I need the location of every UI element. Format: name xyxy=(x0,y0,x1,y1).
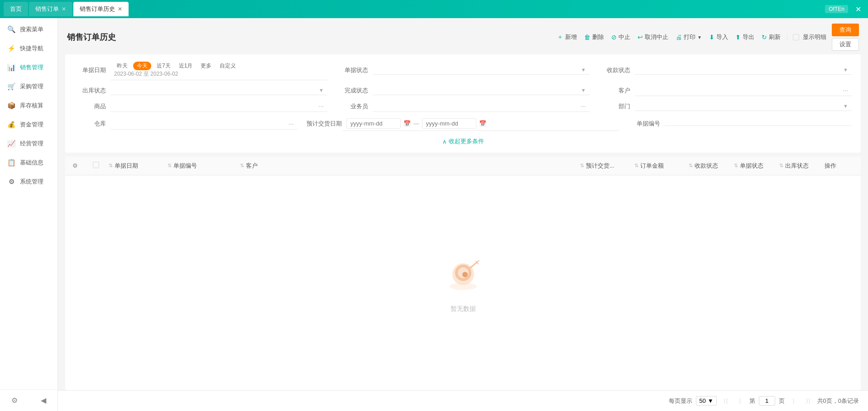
th-customer[interactable]: ⇅ 客户 xyxy=(236,162,576,170)
th-amount[interactable]: ⇅ 订单金额 xyxy=(631,162,685,170)
page-title: 销售订单历史 xyxy=(67,32,116,43)
th-number-label: 单据编号 xyxy=(173,162,197,170)
th-settings[interactable]: ⚙ xyxy=(69,160,87,172)
delivery-date-control: 📅 — 📅 xyxy=(343,116,619,131)
delete-button[interactable]: 🗑 删除 xyxy=(583,33,605,41)
first-page-btn[interactable]: ⟨⟨ xyxy=(720,396,731,406)
warehouse-control[interactable]: ··· xyxy=(110,118,297,130)
date-tab-custom[interactable]: 自定义 xyxy=(217,62,239,70)
select-all-checkbox[interactable] xyxy=(93,162,99,168)
stop-label: 中止 xyxy=(619,33,630,41)
sidebar-settings-btn[interactable]: ⚙ xyxy=(10,394,19,406)
sidebar-collapse-btn[interactable]: ◀ xyxy=(39,394,48,406)
sidebar: 🔍 搜索菜单 ⚡ 快捷导航 📊 销售管理 🛒 采购管理 📦 库存核算 💰 资金管… xyxy=(0,18,58,411)
customer-dots[interactable]: ··· xyxy=(843,87,848,94)
quicknav-icon: ⚡ xyxy=(7,44,15,53)
sidebar-item-purchase[interactable]: 🛒 采购管理 xyxy=(0,77,58,96)
delivery-date-label: 预计交货日期 xyxy=(307,120,343,128)
import-button[interactable]: ⬇ 导入 xyxy=(708,33,729,41)
table-header: ⚙ ⇅ 单据日期 ⇅ 单据编号 ⇅ 客户 ⇅ xyxy=(65,156,861,175)
th-out-status[interactable]: ⇅ 出库状态 xyxy=(776,162,821,170)
per-page-arrow: ▼ xyxy=(708,397,714,404)
tab-sales-history[interactable]: 销售订单历史 ✕ xyxy=(73,2,129,16)
th-number[interactable]: ⇅ 单据编号 xyxy=(164,162,236,170)
sidebar-item-system[interactable]: ⚙ 系统管理 xyxy=(0,172,58,191)
cal-icon-start[interactable]: 📅 xyxy=(403,120,411,127)
cal-icon-end[interactable]: 📅 xyxy=(479,120,486,127)
sidebar-item-sales-label: 销售管理 xyxy=(20,63,43,72)
th-pay-label: 收款状态 xyxy=(695,162,718,170)
page-input[interactable] xyxy=(759,396,775,406)
show-detail-checkbox[interactable]: 显示明细 xyxy=(793,33,826,41)
product-control[interactable]: ··· xyxy=(110,101,327,112)
system-icon: ⚙ xyxy=(7,178,15,186)
window-close-button[interactable]: ✕ xyxy=(852,3,864,15)
th-delivery[interactable]: ⇅ 预计交货... xyxy=(576,162,631,170)
sidebar-item-sales[interactable]: 📊 销售管理 xyxy=(0,58,58,77)
date-tab-yesterday[interactable]: 昨天 xyxy=(114,62,130,70)
outbound-label: 出库状态 xyxy=(74,87,110,95)
topbar-right: OfTEn ✕ xyxy=(825,3,864,15)
delivery-date-start[interactable] xyxy=(346,118,401,129)
tab-sales-order-close[interactable]: ✕ xyxy=(62,6,66,12)
date-tab-1month[interactable]: 近1月 xyxy=(176,62,196,70)
sidebar-item-search[interactable]: 🔍 搜索菜单 xyxy=(0,20,58,39)
customer-control[interactable]: ··· xyxy=(635,85,852,96)
th-doc-status[interactable]: ⇅ 单据状态 xyxy=(730,162,776,170)
tab-sales-order[interactable]: 销售订单 ✕ xyxy=(29,2,72,16)
sort-icon-delivery: ⇅ xyxy=(580,163,584,169)
tab-home[interactable]: 首页 xyxy=(4,2,28,16)
sort-icon-amount: ⇅ xyxy=(634,163,638,169)
sidebar-item-base-info[interactable]: 📋 基础信息 xyxy=(0,153,58,172)
payment-status-control[interactable]: ▼ xyxy=(635,65,852,75)
doc-status-control[interactable]: ▼ xyxy=(373,65,590,75)
date-range-display: 2023-06-02 至 2023-06-02 xyxy=(114,70,324,78)
sidebar-item-operations[interactable]: 📈 经营管理 xyxy=(0,134,58,153)
sidebar-item-inventory[interactable]: 📦 库存核算 xyxy=(0,96,58,115)
page-unit-label: 页 xyxy=(779,397,785,405)
doc-number-label: 单据编号 xyxy=(628,120,665,128)
print-button[interactable]: 🖨 打印 ▼ xyxy=(675,33,703,41)
print-icon: 🖨 xyxy=(676,34,682,41)
doc-number-control[interactable] xyxy=(665,122,852,126)
collapse-row[interactable]: ∧ 收起更多条件 xyxy=(74,135,852,147)
stop-button[interactable]: ⊘ 中止 xyxy=(610,33,631,41)
next-page-btn[interactable]: ⟩ xyxy=(788,396,799,406)
th-date[interactable]: ⇅ 单据日期 xyxy=(105,162,164,170)
date-tab-7days[interactable]: 近7天 xyxy=(154,62,173,70)
export-button[interactable]: ⬆ 导出 xyxy=(734,33,755,41)
sidebar-item-finance[interactable]: 💰 资金管理 xyxy=(0,115,58,134)
prev-page-btn[interactable]: ⟨ xyxy=(735,396,746,406)
th-checkbox[interactable] xyxy=(87,162,105,169)
warehouse-dots[interactable]: ··· xyxy=(288,120,294,127)
svg-point-4 xyxy=(462,272,468,277)
cancel-stop-button[interactable]: ↩ 取消中止 xyxy=(637,33,669,41)
delivery-date-end[interactable] xyxy=(422,118,476,129)
payment-status-chevron: ▼ xyxy=(843,67,848,73)
outbound-status-control[interactable]: ▼ xyxy=(110,86,327,95)
salesperson-dots[interactable]: ··· xyxy=(580,102,586,110)
query-button[interactable]: 查询 xyxy=(832,24,859,36)
footer: 每页显示 50 ▼ ⟨⟨ ⟨ 第 页 ⟩ ⟩⟩ 共0页，0条记录 xyxy=(58,390,868,411)
date-tab-more[interactable]: 更多 xyxy=(198,62,214,70)
sidebar-item-quicknav[interactable]: ⚡ 快捷导航 xyxy=(0,39,58,58)
sidebar-item-base-info-label: 基础信息 xyxy=(20,159,43,167)
th-date-label: 单据日期 xyxy=(115,162,138,170)
last-page-btn[interactable]: ⟩⟩ xyxy=(803,396,814,406)
salesperson-control[interactable]: ··· xyxy=(373,101,590,112)
cancel-stop-label: 取消中止 xyxy=(645,33,668,41)
tab-sales-history-close[interactable]: ✕ xyxy=(118,6,122,12)
product-dots[interactable]: ··· xyxy=(318,102,324,110)
table-settings-icon[interactable]: ⚙ xyxy=(69,160,82,172)
add-button[interactable]: ＋ 新增 xyxy=(556,33,578,41)
detail-checkbox-icon xyxy=(793,34,799,40)
th-pay-status[interactable]: ⇅ 收款状态 xyxy=(685,162,730,170)
sidebar-item-finance-label: 资金管理 xyxy=(20,121,43,129)
per-page-select[interactable]: 50 ▼ xyxy=(696,396,716,406)
complete-status-control[interactable]: ▼ xyxy=(373,86,590,95)
date-tab-today[interactable]: 今天 xyxy=(133,62,151,70)
department-control[interactable]: ▼ xyxy=(635,102,852,111)
settings-button[interactable]: 设置 xyxy=(832,38,859,51)
refresh-button[interactable]: ↻ 刷新 xyxy=(761,33,782,41)
table-area: ⚙ ⇅ 单据日期 ⇅ 单据编号 ⇅ 客户 ⇅ xyxy=(65,156,861,390)
